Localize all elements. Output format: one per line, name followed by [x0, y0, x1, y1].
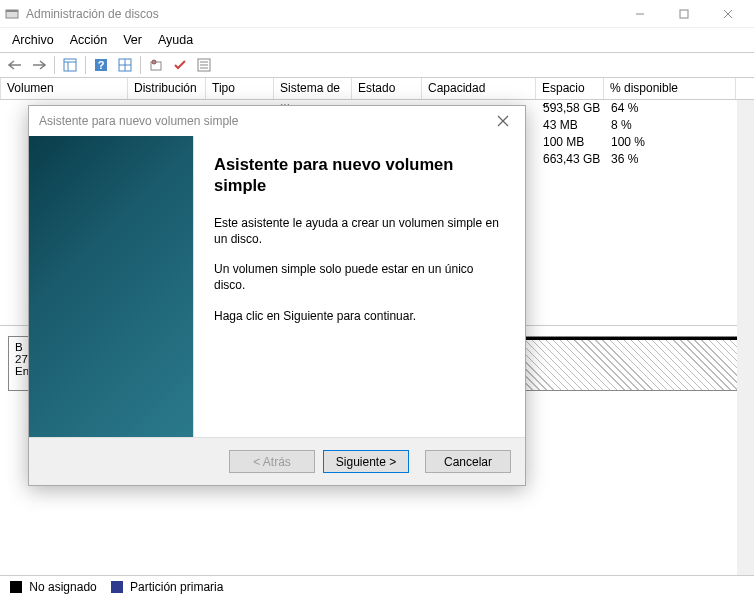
svg-point-15	[152, 60, 156, 64]
list-button[interactable]	[193, 54, 215, 76]
wizard-dialog: Asistente para nuevo volumen simple Asis…	[28, 105, 526, 486]
maximize-button[interactable]	[662, 0, 706, 28]
help-button[interactable]: ?	[90, 54, 112, 76]
window-title: Administración de discos	[26, 7, 618, 21]
wizard-titlebar: Asistente para nuevo volumen simple	[29, 106, 525, 136]
toolbar: ?	[0, 52, 754, 78]
menu-accion[interactable]: Acción	[62, 30, 116, 50]
col-volume[interactable]: Volumen	[0, 78, 128, 99]
col-status[interactable]: Estado	[352, 78, 422, 99]
legend-unallocated: No asignado	[10, 580, 97, 594]
window-titlebar: Administración de discos	[0, 0, 754, 28]
app-icon	[4, 6, 20, 22]
cell-free: 663,43 GB	[537, 151, 605, 168]
legend-primary: Partición primaria	[111, 580, 224, 594]
toolbar-separator	[85, 56, 86, 74]
view-button[interactable]	[59, 54, 81, 76]
forward-button[interactable]	[28, 54, 50, 76]
cell-free: 593,58 GB	[537, 100, 605, 117]
vertical-scrollbar[interactable]	[737, 100, 754, 575]
minimize-button[interactable]	[618, 0, 662, 28]
window-controls	[618, 0, 750, 28]
wizard-heading: Asistente para nuevo volumen simple	[214, 154, 505, 197]
properties-button[interactable]	[145, 54, 167, 76]
menu-ayuda[interactable]: Ayuda	[150, 30, 201, 50]
col-pct[interactable]: % disponible	[604, 78, 736, 99]
menu-ver[interactable]: Ver	[115, 30, 150, 50]
menu-archivo[interactable]: Archivo	[4, 30, 62, 50]
cell-free: 100 MB	[537, 134, 605, 151]
back-button[interactable]	[4, 54, 26, 76]
wizard-sidebar-image	[29, 136, 194, 437]
wizard-paragraph: Un volumen simple solo puede estar en un…	[214, 261, 505, 293]
cell-pct: 36 %	[605, 151, 725, 168]
toolbar-separator	[54, 56, 55, 74]
cell-pct: 100 %	[605, 134, 725, 151]
col-capacity[interactable]: Capacidad	[422, 78, 536, 99]
col-free[interactable]: Espacio ...	[536, 78, 604, 99]
legend: No asignado Partición primaria	[0, 575, 754, 597]
grid-button[interactable]	[114, 54, 136, 76]
cell-free: 43 MB	[537, 117, 605, 134]
wizard-paragraph: Haga clic en Siguiente para continuar.	[214, 308, 505, 324]
wizard-footer: < Atrás Siguiente > Cancelar	[29, 437, 525, 485]
wizard-next-button[interactable]: Siguiente >	[323, 450, 409, 473]
close-button[interactable]	[706, 0, 750, 28]
legend-swatch-primary	[111, 581, 123, 593]
menubar: Archivo Acción Ver Ayuda	[0, 28, 754, 52]
svg-rect-3	[680, 10, 688, 18]
col-layout[interactable]: Distribución	[128, 78, 206, 99]
wizard-body: Asistente para nuevo volumen simple Este…	[29, 136, 525, 437]
col-type[interactable]: Tipo	[206, 78, 274, 99]
svg-rect-6	[64, 59, 76, 71]
wizard-cancel-button[interactable]: Cancelar	[425, 450, 511, 473]
cell-pct: 64 %	[605, 100, 725, 117]
col-fs[interactable]: Sistema de ...	[274, 78, 352, 99]
check-button[interactable]	[169, 54, 191, 76]
wizard-title-text: Asistente para nuevo volumen simple	[39, 114, 238, 128]
svg-rect-1	[6, 10, 18, 12]
disk-partition-unallocated[interactable]	[519, 337, 745, 390]
toolbar-separator	[140, 56, 141, 74]
wizard-close-button[interactable]	[491, 109, 515, 133]
wizard-back-button[interactable]: < Atrás	[229, 450, 315, 473]
volume-table-header: Volumen Distribución Tipo Sistema de ...…	[0, 78, 754, 100]
legend-swatch-unallocated	[10, 581, 22, 593]
wizard-paragraph: Este asistente le ayuda a crear un volum…	[214, 215, 505, 247]
svg-text:?: ?	[98, 59, 105, 71]
wizard-content: Asistente para nuevo volumen simple Este…	[194, 136, 525, 437]
cell-pct: 8 %	[605, 117, 725, 134]
